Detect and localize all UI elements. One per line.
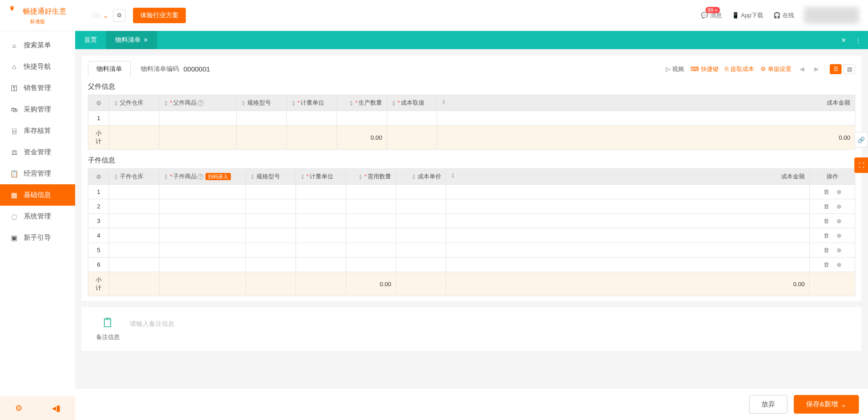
document-panel: 物料清单 物料清单编码 0000001 ▷视频 ⌨快捷键 ⎘提取成本 ⚙单据设置… [82, 56, 862, 301]
sidebar-item-label: 新手引导 [24, 233, 51, 242]
tab-more-button[interactable]: ⋮ [852, 34, 864, 46]
add-row-button[interactable]: ⊕ [837, 232, 842, 239]
delete-row-button[interactable]: 🗑 [823, 247, 829, 253]
col-parent-unit[interactable]: ▲▼*计量单位 [287, 95, 337, 111]
delete-row-button[interactable]: 🗑 [823, 232, 829, 239]
row-number: 1 [88, 185, 109, 199]
sidebar-settings-button[interactable]: ⚙ [15, 403, 22, 413]
delete-row-button[interactable]: 🗑 [823, 218, 829, 224]
table-row[interactable]: 1🗑⊕ [88, 185, 855, 199]
messages-button[interactable]: 💬 消息 99 + [701, 11, 722, 20]
action-bar: 放弃 保存&新增 ⌄ [75, 388, 868, 420]
save-new-label: 保存&新增 [806, 400, 838, 409]
sidebar-collapse-button[interactable]: ◂▮ [52, 403, 61, 413]
sidebar-item-3[interactable]: 🛍采购管理 [0, 99, 75, 120]
logo-subtitle: 标准版 [30, 18, 45, 25]
col-parent-costamount[interactable]: ▲▼成本金额 [437, 95, 855, 111]
sidebar-item-0[interactable]: ⌕搜索菜单 [0, 35, 75, 56]
col-parent-product[interactable]: ▲▼*父件商品? [159, 95, 237, 111]
tab-close-all-button[interactable]: ✕ [837, 34, 850, 46]
info-icon[interactable]: ? [198, 174, 204, 180]
col-parent-costmethod[interactable]: ▲▼*成本取值 [387, 95, 437, 111]
prev-doc-button[interactable]: ◀ [798, 66, 806, 72]
chevron-down-icon: ⌄ [103, 12, 108, 19]
sidebar-item-4[interactable]: ⌸库存核算 [0, 120, 75, 142]
online-support-button[interactable]: 🎧 在线 [773, 11, 794, 20]
sidebar-item-8[interactable]: ◌系统管理 [0, 206, 75, 227]
org-settings-button[interactable]: ⚙ [113, 9, 126, 22]
col-child-qty[interactable]: ▲▼*需用数量 [346, 169, 396, 185]
table-row[interactable]: 2🗑⊕ [88, 199, 855, 214]
add-row-button[interactable]: ⊕ [837, 247, 842, 253]
cta-button[interactable]: 体验行业方案 [133, 8, 186, 23]
delete-row-button[interactable]: 🗑 [823, 261, 829, 268]
add-row-button[interactable]: ⊕ [837, 203, 842, 210]
gear-icon: ⚙ [761, 66, 766, 72]
attachment-button[interactable]: 🔗 [854, 132, 868, 147]
view-list-button[interactable]: ☰ [830, 64, 842, 74]
base-icon: ▦ [10, 191, 18, 199]
col-child-spec[interactable]: ▲▼规格型号 [246, 169, 296, 185]
doc-type-tab[interactable]: 物料清单 [88, 61, 131, 77]
doc-settings-button[interactable]: ⚙单据设置 [761, 65, 791, 73]
col-child-product[interactable]: ▲▼*子件商品?扫码录入 [159, 169, 246, 185]
col-child-ops: 操作 [810, 169, 855, 185]
gear-icon[interactable]: ⚙ [96, 100, 102, 106]
sidebar-item-1[interactable]: ⌂快捷导航 [0, 56, 75, 77]
parent-section-title: 父件信息 [82, 81, 862, 95]
org-selector[interactable]: — ⌄ [93, 12, 108, 19]
phone-icon: 📱 [732, 12, 739, 19]
col-child-warehouse[interactable]: ▲▼子件仓库 [109, 169, 159, 185]
col-parent-spec[interactable]: ▲▼规格型号 [237, 95, 287, 111]
system-icon: ◌ [10, 213, 18, 221]
table-row[interactable]: 6🗑⊕ [88, 258, 855, 272]
table-row[interactable]: 5🗑⊕ [88, 243, 855, 258]
add-row-button[interactable]: ⊕ [837, 261, 842, 268]
close-icon[interactable]: ✕ [143, 37, 148, 43]
sidebar-item-2[interactable]: ⚿销售管理 [0, 77, 75, 99]
subtotal-qty: 0.00 [337, 126, 387, 150]
col-parent-qty[interactable]: ▲▼*生产数量 [337, 95, 387, 111]
col-child-costamount[interactable]: ▲▼成本金额 [446, 169, 810, 185]
headset-icon: 🎧 [773, 12, 781, 19]
table-row[interactable]: 1 [88, 111, 855, 126]
delete-row-button[interactable]: 🗑 [823, 188, 829, 195]
view-card-button[interactable]: ▤ [843, 64, 855, 74]
notes-input[interactable] [126, 315, 853, 343]
gear-icon[interactable]: ⚙ [96, 173, 102, 180]
doc-code-value: 0000001 [184, 65, 210, 73]
messages-badge: 99 + [705, 7, 720, 13]
app-download-button[interactable]: 📱 App下载 [732, 11, 763, 20]
user-avatar[interactable] [804, 7, 859, 24]
shortcut-button[interactable]: ⌨快捷键 [690, 65, 719, 73]
sidebar-item-7[interactable]: ▦基础信息 [0, 184, 75, 206]
next-doc-button[interactable]: ▶ [812, 66, 821, 72]
table-row[interactable]: 4🗑⊕ [88, 228, 855, 243]
col-child-unit[interactable]: ▲▼*计量单位 [296, 169, 346, 185]
org-name: — [93, 12, 99, 19]
stock-icon: ⌸ [10, 127, 18, 135]
col-child-unitcost[interactable]: ▲▼成本单价 [396, 169, 446, 185]
save-new-button[interactable]: 保存&新增 ⌄ [794, 395, 859, 414]
scan-input-button[interactable]: 扫码录入 [205, 173, 231, 180]
add-row-button[interactable]: ⊕ [837, 188, 842, 195]
search-icon: ⌕ [10, 41, 18, 50]
sidebar-item-5[interactable]: ⚖资金管理 [0, 142, 75, 163]
info-icon[interactable]: ? [198, 100, 204, 106]
child-table: ⚙ ▲▼子件仓库 ▲▼*子件商品?扫码录入 ▲▼规格型号 ▲▼*计量单位 ▲▼*… [88, 168, 855, 296]
sidebar-footer: ⚙ ◂▮ [0, 396, 75, 420]
delete-row-button[interactable]: 🗑 [823, 203, 829, 210]
tab-home[interactable]: 首页 [75, 31, 106, 49]
discard-button[interactable]: 放弃 [749, 395, 787, 414]
table-row[interactable]: 3🗑⊕ [88, 214, 855, 228]
col-parent-warehouse[interactable]: ▲▼父件仓库 [109, 95, 159, 111]
tab-bom[interactable]: 物料清单 ✕ [106, 31, 157, 49]
sidebar-item-6[interactable]: 📋经营管理 [0, 163, 75, 184]
extract-cost-button[interactable]: ⎘提取成本 [725, 65, 754, 73]
add-row-button[interactable]: ⊕ [837, 218, 842, 224]
sidebar-item-label: 快捷导航 [24, 62, 51, 71]
sidebar-item-label: 系统管理 [24, 212, 51, 221]
video-help-button[interactable]: ▷视频 [666, 65, 684, 73]
fullscreen-button[interactable]: ⛶ [854, 157, 868, 173]
sidebar-item-9[interactable]: ▣新手引导 [0, 227, 75, 248]
